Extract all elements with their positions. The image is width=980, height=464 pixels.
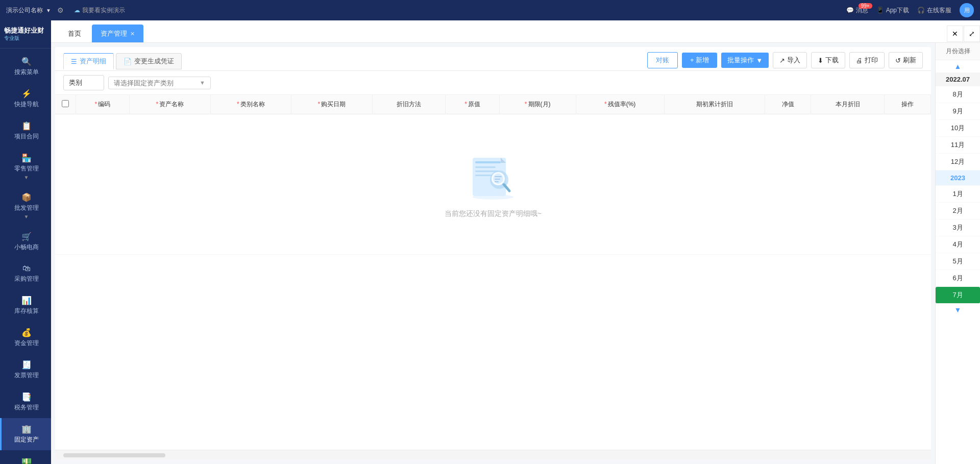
search-icon: 🔍: [21, 57, 32, 66]
download-button[interactable]: ⬇ 下载: [811, 52, 845, 68]
download-label: 下载: [825, 56, 839, 65]
col-residual-rate: *残值率(%): [576, 95, 664, 114]
batch-button[interactable]: 批量操作 ▼: [721, 53, 769, 68]
sidebar-item-search[interactable]: 🔍 搜索菜单: [0, 51, 51, 83]
top-bar: 演示公司名称 ▼ ⚙ ☁ 我要看实例演示 💬 消息 99+ 📱 App下载 🎧 …: [0, 0, 980, 20]
sidebar-item-finance[interactable]: 💰 资金管理: [0, 322, 51, 354]
content-area: 首页 资产管理 ✕ ☰ 资产明细 📄 变更生成凭证: [51, 20, 980, 464]
customer-service-label: 在线客服: [927, 6, 951, 15]
message-icon: 💬: [846, 7, 854, 14]
invoice-icon: 🧾: [21, 360, 32, 370]
col-term: *期限(月): [499, 95, 576, 114]
refresh-button[interactable]: ↺ 刷新: [889, 52, 923, 68]
select-all-checkbox[interactable]: [62, 100, 69, 107]
month-item-2023-7[interactable]: 7月: [936, 287, 980, 304]
tab-home[interactable]: 首页: [59, 25, 90, 42]
category-input[interactable]: [114, 79, 200, 87]
bottom-scrollbar[interactable]: [55, 450, 931, 460]
fixed-assets-icon: 🏢: [21, 424, 32, 434]
wholesale-arrow-icon: ▼: [24, 214, 29, 219]
sidebar-item-project[interactable]: 📋 项目合同: [0, 115, 51, 147]
settings-icon[interactable]: ⚙: [57, 6, 64, 14]
sidebar-item-tax[interactable]: 📑 税务管理: [0, 386, 51, 418]
tax-icon: 📑: [21, 392, 32, 402]
sidebar-item-wholesale[interactable]: 📦 批发管理 ▼: [0, 186, 51, 226]
wholesale-icon: 📦: [21, 192, 32, 202]
col-net-value: 净值: [765, 95, 811, 114]
sidebar-inventory-label: 库存核算: [14, 307, 39, 315]
sidebar-quick-nav-label: 快捷导航: [14, 100, 39, 109]
month-item-2023-5[interactable]: 5月: [936, 253, 980, 270]
col-monthly-depreciation: 本月折旧: [811, 95, 885, 114]
tab-asset-management[interactable]: 资产管理 ✕: [92, 25, 143, 42]
reconcile-button[interactable]: 对账: [647, 52, 678, 68]
month-item-2023-1[interactable]: 1月: [936, 186, 980, 203]
month-item-10[interactable]: 10月: [936, 120, 980, 137]
sidebar-item-salary[interactable]: 💵 工资: [0, 450, 51, 464]
print-button[interactable]: 🖨 打印: [849, 52, 885, 68]
month-nav-down[interactable]: ▼: [936, 304, 980, 316]
sub-tabs: ☰ 资产明细 📄 变更生成凭证 对账 + 新增 批量操作 ▼: [55, 47, 931, 71]
import-icon: ↗: [779, 57, 785, 64]
sidebar-search-label: 搜索菜单: [14, 68, 39, 77]
month-item-12[interactable]: 12月: [936, 154, 980, 170]
expand-panel-button[interactable]: ⤢: [964, 26, 980, 42]
empty-state: 当前您还没有固定资产明细哦~: [59, 119, 927, 249]
sidebar-item-invoice[interactable]: 🧾 发票管理: [0, 354, 51, 386]
company-selector[interactable]: 演示公司名称 ▼: [6, 6, 51, 15]
window-controls: ✕ ⤢: [947, 26, 980, 42]
month-panel-collapse-button[interactable]: ›: [935, 243, 936, 264]
col-purchase-date: *购买日期: [291, 95, 373, 114]
month-item-2023-6[interactable]: 6月: [936, 270, 980, 287]
sidebar-project-label: 项目合同: [14, 132, 39, 141]
batch-label: 批量操作: [727, 56, 754, 65]
cloud-icon: ☁: [74, 7, 80, 14]
app-download-button[interactable]: 📱 App下载: [876, 6, 909, 15]
category-label: 类别: [69, 78, 82, 87]
retail-arrow-icon: ▼: [24, 175, 29, 180]
horizontal-scrollbar[interactable]: [63, 453, 165, 457]
tab-bar: 首页 资产管理 ✕: [51, 20, 980, 43]
document-icon: 📄: [124, 58, 132, 65]
sub-tab-change-voucher[interactable]: 📄 变更生成凭证: [116, 53, 182, 69]
sidebar-logo: 畅捷通好业财 专业版: [0, 20, 51, 48]
tab-close-icon[interactable]: ✕: [130, 31, 135, 37]
demo-link[interactable]: ☁ 我要看实例演示: [74, 6, 125, 15]
sidebar-item-quick-nav[interactable]: ⚡ 快捷导航: [0, 83, 51, 115]
month-item-8[interactable]: 8月: [936, 86, 980, 103]
month-panel-title: 月份选择: [946, 47, 970, 55]
sidebar-item-fixed-assets[interactable]: 🏢 固定资产: [0, 418, 51, 450]
col-code: *编码: [76, 95, 129, 114]
app-download-label: App下载: [886, 6, 909, 15]
month-item-2023-2[interactable]: 2月: [936, 203, 980, 219]
customer-service-button[interactable]: 🎧 在线客服: [917, 6, 951, 15]
add-button[interactable]: + 新增: [682, 53, 717, 68]
message-badge: 99+: [859, 3, 872, 9]
sidebar-purchase-label: 采购管理: [14, 275, 39, 283]
month-item-2023-3[interactable]: 3月: [936, 219, 980, 236]
sidebar-item-purchase[interactable]: 🛍 采购管理: [0, 258, 51, 289]
user-avatar[interactable]: 用: [960, 3, 974, 17]
year-2022: 2022.07: [936, 72, 980, 86]
month-item-11[interactable]: 11月: [936, 137, 980, 154]
quick-nav-icon: ⚡: [21, 89, 32, 99]
message-button[interactable]: 💬 消息 99+: [846, 6, 868, 15]
category-input-wrap[interactable]: ▼: [108, 77, 211, 89]
sidebar-item-inventory[interactable]: 📊 库存核算: [0, 289, 51, 322]
month-nav-up[interactable]: ▲: [936, 60, 980, 72]
top-bar-right: 💬 消息 99+ 📱 App下载 🎧 在线客服 用: [846, 3, 974, 17]
sub-tab-asset-detail[interactable]: ☰ 资产明细: [63, 53, 114, 69]
print-icon: 🖨: [856, 57, 863, 64]
col-operations: 操作: [885, 95, 931, 114]
sidebar-invoice-label: 发票管理: [14, 371, 39, 380]
month-item-2023-4[interactable]: 4月: [936, 236, 980, 253]
sidebar-item-ecommerce[interactable]: 🛒 小畅电商: [0, 226, 51, 258]
import-button[interactable]: ↗ 导入: [773, 52, 807, 68]
close-panel-button[interactable]: ✕: [947, 26, 963, 42]
category-filter[interactable]: 类别: [63, 75, 104, 90]
print-label: 打印: [865, 56, 878, 65]
sidebar-item-retail[interactable]: 🏪 零售管理 ▼: [0, 147, 51, 186]
tab-home-label: 首页: [68, 29, 81, 38]
month-item-9[interactable]: 9月: [936, 103, 980, 120]
sidebar-fixed-assets-label: 固定资产: [14, 435, 39, 444]
